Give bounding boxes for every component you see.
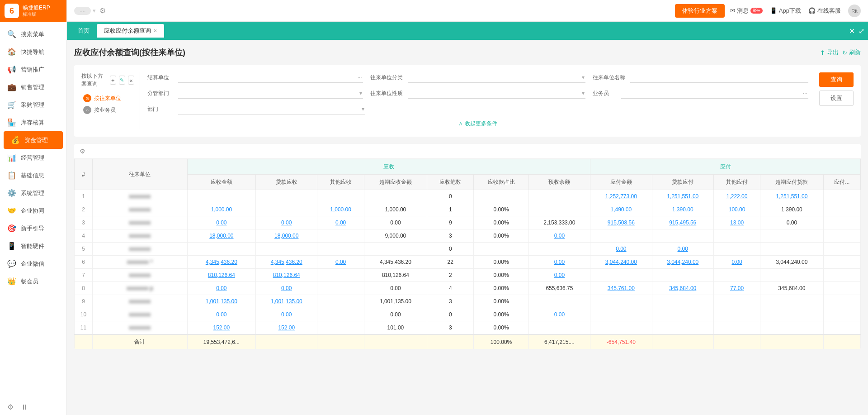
table-settings-icon[interactable]: ⚙ — [80, 148, 85, 155]
partner-name-cell: xxxxxxxx — [93, 295, 188, 308]
sidebar-item-capital[interactable]: 💰 资金管理 — [4, 131, 63, 149]
search-mode-by-partner[interactable]: ⊙ 按往来单位 — [81, 92, 134, 104]
table-row: 6 xxxxxxxx ^ 4,345,436.20 4,345,436.20 0… — [75, 256, 861, 269]
sidebar-settings-btn[interactable]: ⚙ — [7, 403, 14, 411]
col-partner: 往来单位 — [93, 159, 188, 190]
partner-name-cell: xxxxxxxx ^ — [93, 256, 188, 269]
sidebar-item-operations[interactable]: 📊 经营管理 — [0, 149, 66, 167]
sidebar-item-wechat[interactable]: 💬 企业微信 — [0, 255, 66, 272]
partner-name-cell: xxxxxxxx — [93, 190, 188, 203]
table-row: 5 xxxxxxxx 0 0.00 0.00 — [75, 243, 861, 256]
col-ar-ratio: 应收款占比 — [474, 175, 528, 190]
data-table-container: ⚙ # 往来单位 应收 应付 应收金额 — [74, 144, 861, 349]
collapse-more-btn[interactable]: ∧ 收起更多条件 — [147, 118, 808, 129]
table-row: 10 xxxxxxxx 0.00 0.00 0.00 0 0.00% 0.00 — [75, 308, 861, 321]
settlement-unit-label: 结算单位 — [147, 74, 175, 81]
sidebar-collapse-btn[interactable]: ⏸ — [21, 403, 28, 411]
guide-icon: 🎯 — [7, 224, 16, 233]
settlement-unit-dots[interactable]: ··· — [358, 74, 362, 81]
quick-nav-icon: 🏠 — [7, 48, 16, 56]
partner-name-label: 往来单位名称 — [593, 74, 627, 81]
hardware-icon: 📱 — [7, 242, 16, 250]
app-download-item[interactable]: 📱 App下载 — [770, 7, 801, 15]
message-item[interactable]: ✉ 消息 99+ — [730, 7, 763, 15]
col-ar-prepay: 预收余额 — [528, 175, 590, 190]
tab-ar-ap[interactable]: 应收应付余额查询 × — [97, 24, 164, 38]
col-ar-other: 其他应收 — [317, 175, 364, 190]
division-dept-arrow: ▾ — [359, 90, 362, 96]
col-ar-overdue: 超期应收金额 — [364, 175, 427, 190]
table-settings-row: ⚙ — [74, 144, 861, 159]
settlement-unit-input[interactable] — [179, 74, 358, 81]
partner-name-cell: xxxxxxxx — [93, 308, 188, 321]
search-scheme-label: 按以下方案查询 — [81, 72, 107, 88]
window-close-icon[interactable]: ✕ — [849, 27, 855, 35]
main-content: ···· ▾ ⚙ 体验行业方案 ✉ 消息 99+ 📱 App下载 🎧 在 — [67, 0, 868, 415]
department-input[interactable] — [179, 106, 362, 112]
tab-bar: 首页 应收应付余额查询 × ✕ ⤢ — [67, 22, 868, 40]
partner-category-arrow: ▾ — [582, 74, 585, 81]
settings-button[interactable]: 设置 — [819, 91, 854, 106]
message-icon: ✉ — [730, 7, 735, 14]
nav-settings-icon[interactable]: ⚙ — [99, 6, 106, 15]
tab-home[interactable]: 首页 — [71, 24, 97, 38]
tab-close-icon[interactable]: × — [154, 28, 157, 34]
sidebar-item-collab[interactable]: 🤝 企业协同 — [0, 202, 66, 219]
sidebar-item-sales[interactable]: 💼 销售管理 — [0, 78, 66, 96]
partner-name-cell: xxxxxxxx — [93, 321, 188, 335]
sidebar-item-quick-nav[interactable]: 🏠 快捷导航 — [0, 43, 66, 61]
nav-arrow-icon: ▾ — [93, 7, 96, 14]
sidebar-item-hardware[interactable]: 📱 智能硬件 — [0, 237, 66, 255]
department-label: 部门 — [147, 105, 175, 113]
partner-name-input[interactable] — [631, 74, 807, 81]
search-panel: 按以下方案查询 + ✎ « ⊙ 按往来单位 ○ 按业务员 — [74, 65, 861, 137]
sidebar-footer: ⚙ ⏸ — [0, 399, 66, 415]
query-button[interactable]: 查询 — [819, 72, 854, 87]
col-group-ap: 应付 — [590, 159, 861, 175]
purchase-icon: 🛒 — [7, 100, 16, 109]
wechat-icon: 💬 — [7, 259, 16, 268]
promo-button[interactable]: 体验行业方案 — [675, 4, 725, 18]
sidebar-item-basic[interactable]: 📋 基础信息 — [0, 167, 66, 184]
edit-scheme-btn[interactable]: ✎ — [119, 76, 125, 85]
partner-name-cell: xxxxxxxx — [93, 269, 188, 282]
service-icon: 🎧 — [808, 7, 816, 14]
settlement-unit-field: 结算单位 ··· — [147, 72, 363, 83]
sidebar-item-inventory[interactable]: 🏪 库存核算 — [0, 114, 66, 131]
vip-icon: 👑 — [7, 277, 16, 286]
salesperson-input[interactable] — [622, 90, 803, 96]
sidebar-item-purchase[interactable]: 🛒 采购管理 — [0, 96, 66, 114]
window-expand-icon[interactable]: ⤢ — [859, 27, 864, 35]
collapse-scheme-btn[interactable]: « — [128, 76, 134, 85]
refresh-button[interactable]: ↻ 刷新 — [842, 48, 861, 57]
partner-nature-field: 往来单位性质 ▾ — [370, 88, 586, 99]
online-service-item[interactable]: 🎧 在线客服 — [808, 7, 841, 15]
table-row: 9 xxxxxxxx 1,001,135.00 1,001,135.00 1,0… — [75, 295, 861, 308]
operations-icon: 📊 — [7, 153, 16, 162]
nav-right: ✉ 消息 99+ 📱 App下载 🎧 在线客服 Rit — [730, 5, 861, 17]
division-dept-input[interactable] — [179, 90, 359, 96]
partner-name-cell: xxxxxxxx — [93, 216, 188, 229]
table-row: 2 xxxxxxxx 1,000.00 1,000.00 1,000.00 1 … — [75, 203, 861, 216]
user-avatar[interactable]: Rit — [848, 5, 861, 17]
partner-category-input[interactable] — [409, 74, 582, 81]
sidebar-item-system[interactable]: ⚙️ 系统管理 — [0, 184, 66, 202]
page-actions: ⬆ 导出 ↻ 刷新 — [820, 48, 861, 57]
division-dept-field: 分管部门 ▾ — [147, 88, 363, 99]
sidebar-item-search[interactable]: 🔍 搜索菜单 — [0, 25, 66, 43]
sidebar-item-marketing[interactable]: 📢 营销推广 — [0, 61, 66, 78]
by-partner-icon: ⊙ — [83, 94, 91, 102]
table-row: 1 xxxxxxxx 0 1,252,773.00 1,251,55 — [75, 190, 861, 203]
sidebar-item-vip[interactable]: 👑 畅会员 — [0, 272, 66, 290]
export-button[interactable]: ⬆ 导出 — [820, 48, 839, 57]
sidebar-item-guide[interactable]: 🎯 新手引导 — [0, 219, 66, 237]
salesperson-dots[interactable]: ··· — [803, 90, 807, 96]
collab-icon: 🤝 — [7, 206, 16, 215]
table-row: 4 xxxxxxxx 18,000.00 18,000.00 9,000.00 … — [75, 229, 861, 243]
partner-nature-input[interactable] — [409, 90, 582, 96]
add-scheme-btn[interactable]: + — [110, 76, 116, 85]
search-mode-by-salesperson[interactable]: ○ 按业务员 — [81, 104, 134, 116]
col-ar-amount: 应收金额 — [187, 175, 255, 190]
division-dept-label: 分管部门 — [147, 90, 175, 97]
partner-nature-label: 往来单位性质 — [370, 90, 404, 97]
